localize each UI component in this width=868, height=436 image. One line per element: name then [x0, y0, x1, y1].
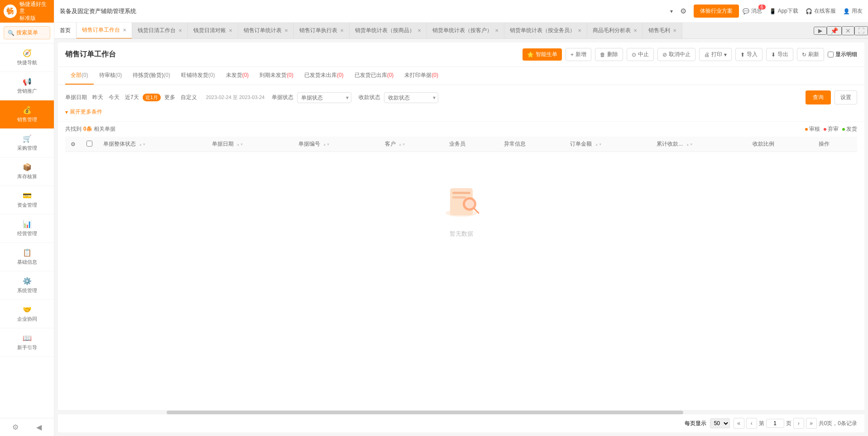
sub-tab-1[interactable]: 待审核(0) — [94, 67, 128, 85]
tab-10[interactable]: 销售毛利✕ — [643, 23, 682, 39]
tab-1[interactable]: 销售订单工作台✕ — [77, 23, 132, 39]
status-select[interactable]: 单据状态 — [297, 92, 351, 103]
tabs-more-button[interactable]: ▶ — [814, 27, 827, 35]
tab-pin-button[interactable]: 📌 — [827, 26, 842, 35]
tab-6[interactable]: 销货单统计表（按商品）✕ — [350, 23, 427, 39]
tab-8[interactable]: 销货单统计表（按业务员）✕ — [504, 23, 587, 39]
date-opt-custom[interactable]: 自定义 — [179, 93, 199, 102]
sub-tab-5[interactable]: 到期未发货(0) — [254, 67, 299, 85]
sidebar-item-basic-info[interactable]: 📋 基础信息 — [0, 243, 54, 271]
prev-page-button[interactable]: ‹ — [746, 418, 757, 429]
tab-close-9[interactable]: ✕ — [633, 28, 637, 33]
review-action[interactable]: 审核 — [805, 125, 820, 133]
app-download-action[interactable]: 📱 App下载 — [769, 7, 798, 15]
col-number[interactable]: 单据编号 ▲▼ — [293, 137, 379, 152]
phone-icon: 📱 — [769, 8, 776, 14]
sidebar-item-sales[interactable]: 💰 销售管理 — [0, 100, 54, 129]
tab-close-4[interactable]: ✕ — [284, 28, 288, 33]
topbar-dropdown-arrow[interactable]: ▾ — [670, 8, 673, 14]
date-opt-yesterday[interactable]: 昨天 — [91, 93, 105, 102]
payment-select[interactable]: 收款状态 — [384, 92, 438, 103]
cancel-stop-button[interactable]: ⊘ 取消中止 — [657, 48, 695, 61]
ship-action[interactable]: 发货 — [842, 125, 857, 133]
topbar-settings-icon[interactable]: ⚙ — [676, 7, 690, 15]
sort-date-icon: ▲▼ — [236, 143, 244, 147]
tab-2[interactable]: 钱货日清工作台✕ — [132, 23, 188, 39]
sub-tab-4[interactable]: 未发货(0) — [221, 67, 254, 85]
tab-4[interactable]: 销售订单统计表✕ — [238, 23, 294, 39]
date-opt-today[interactable]: 今天 — [107, 93, 121, 102]
date-opt-7days[interactable]: 近7天 — [123, 93, 141, 102]
col-date[interactable]: 单据日期 ▲▼ — [206, 137, 293, 152]
sidebar-item-inventory[interactable]: 📦 库存核算 — [0, 157, 54, 186]
sidebar-item-enterprise[interactable]: 🤝 企业协同 — [0, 300, 54, 328]
sub-tab-8[interactable]: 未打印单据(0) — [399, 67, 444, 85]
last-page-button[interactable]: » — [806, 418, 817, 429]
date-opt-more[interactable]: 更多 — [163, 93, 177, 102]
horizontal-scrollbar[interactable] — [58, 410, 864, 414]
sub-tab-0[interactable]: 全部(0) — [65, 67, 94, 85]
message-action[interactable]: 💬 消息 6 — [743, 7, 762, 15]
next-page-button[interactable]: › — [793, 418, 804, 429]
export-button[interactable]: ⬇ 导出 — [766, 48, 793, 61]
sub-tab-6[interactable]: 已发货未出库(0) — [299, 67, 349, 85]
user-action[interactable]: 👤 用友 — [843, 7, 863, 15]
tab-5[interactable]: 销售订单执行表✕ — [294, 23, 350, 39]
show-detail-label[interactable]: 显示明细 — [828, 51, 857, 58]
cancel-review-action[interactable]: 弃审 — [824, 125, 839, 133]
tab-close-7[interactable]: ✕ — [495, 28, 499, 33]
col-customer[interactable]: 客户 ▲▼ — [379, 137, 444, 152]
date-opt-1month[interactable]: 近1月 — [143, 94, 161, 101]
tab-close-all-button[interactable]: ✕ — [842, 26, 854, 35]
sidebar-item-finance[interactable]: 💳 资金管理 — [0, 186, 54, 214]
new-button[interactable]: + 新增 — [566, 48, 591, 61]
col-settings[interactable]: ⚙ — [65, 137, 81, 152]
page-number-input[interactable] — [766, 419, 784, 428]
col-salesperson: 业务员 — [444, 137, 499, 152]
show-detail-checkbox[interactable] — [828, 52, 834, 57]
settings-icon[interactable]: ⚙ — [12, 423, 19, 431]
solution-button[interactable]: 体验行业方案 — [694, 5, 739, 18]
expand-filter-button[interactable]: ▾ 展开更多条件 — [65, 108, 102, 116]
sidebar-item-system[interactable]: ⚙️ 系统管理 — [0, 271, 54, 300]
tab-fullscreen-button[interactable]: ⛶ — [854, 26, 868, 35]
page-size-select[interactable]: 50 — [710, 418, 730, 428]
online-service-action[interactable]: 🎧 在线客服 — [806, 7, 836, 15]
tab-close-10[interactable]: ✕ — [673, 28, 676, 33]
tab-3[interactable]: 钱货日清对账✕ — [188, 23, 238, 39]
tab-close-8[interactable]: ✕ — [578, 28, 581, 33]
tab-close-2[interactable]: ✕ — [178, 28, 182, 33]
first-page-button[interactable]: « — [734, 418, 744, 429]
select-all-checkbox[interactable] — [86, 141, 92, 147]
tab-close-1[interactable]: ✕ — [123, 28, 126, 33]
sidebar-item-quick-nav[interactable]: 🧭 快捷导航 — [0, 43, 54, 72]
col-collected[interactable]: 累计收款... ▲▼ — [651, 137, 747, 152]
tab-close-3[interactable]: ✕ — [229, 28, 232, 33]
query-button[interactable]: 查询 — [806, 90, 831, 104]
tab-close-6[interactable]: ✕ — [417, 28, 421, 33]
sidebar-item-purchase[interactable]: 🛒 采购管理 — [0, 129, 54, 157]
scrollbar-thumb[interactable] — [167, 411, 683, 414]
collapse-icon[interactable]: ◀ — [36, 423, 42, 431]
import-button[interactable]: ⬆ 导入 — [735, 48, 762, 61]
stop-button[interactable]: ⊙ 中止 — [627, 48, 654, 61]
tab-close-5[interactable]: ✕ — [340, 28, 344, 33]
smart-create-button[interactable]: ⭐ 智能生单 — [523, 48, 562, 61]
sidebar-item-marketing[interactable]: 📢 营销推广 — [0, 72, 54, 100]
sidebar-item-operations[interactable]: 📊 经营管理 — [0, 214, 54, 243]
col-status[interactable]: 单据整体状态 ▲▼ — [98, 137, 206, 152]
print-button[interactable]: 🖨 打印 ▾ — [699, 48, 732, 61]
col-amount[interactable]: 订单金额 ▲▼ — [565, 137, 651, 152]
tab-9[interactable]: 商品毛利分析表✕ — [587, 23, 643, 39]
sub-tab-count-5: (0) — [287, 72, 293, 78]
sub-tab-3[interactable]: 旺铺待发货(0) — [176, 67, 221, 85]
tab-7[interactable]: 销货单统计表（按客户）✕ — [427, 23, 504, 39]
sub-tab-2[interactable]: 待拣货(验货)(0) — [127, 67, 176, 85]
refresh-button[interactable]: ↻ 刷新 — [797, 48, 824, 61]
filter-setting-button[interactable]: 设置 — [834, 90, 857, 104]
sub-tab-7[interactable]: 已发货已出库(0) — [349, 67, 399, 85]
search-menu-button[interactable]: 🔍 搜索菜单 — [4, 26, 50, 39]
delete-button[interactable]: 🗑 删除 — [595, 48, 623, 61]
tab-0[interactable]: 首页 — [54, 23, 77, 39]
sidebar-item-guide[interactable]: 📖 新手引导 — [0, 328, 54, 357]
